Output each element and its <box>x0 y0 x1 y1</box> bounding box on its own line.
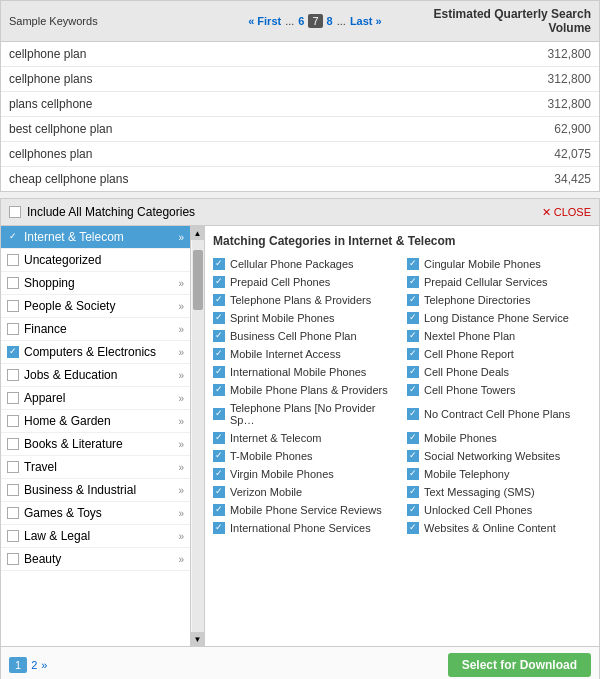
sidebar-checkbox[interactable] <box>7 392 19 404</box>
cat-item-checkbox[interactable] <box>407 408 419 420</box>
sidebar-checkbox[interactable] <box>7 438 19 450</box>
cat-item-checkbox[interactable] <box>213 348 225 360</box>
sidebar-item-uncategorized[interactable]: Uncategorized <box>1 249 190 272</box>
scroll-up-btn[interactable]: ▲ <box>191 226 205 240</box>
sidebar-checkbox[interactable] <box>7 346 19 358</box>
sidebar-checkbox[interactable] <box>7 300 19 312</box>
cat-item[interactable]: Cell Phone Report <box>407 346 591 362</box>
sidebar-item-finance[interactable]: Finance » <box>1 318 190 341</box>
sidebar-checkbox[interactable] <box>7 553 19 565</box>
cat-item[interactable]: Cell Phone Deals <box>407 364 591 380</box>
pagination-page8[interactable]: 8 <box>327 15 333 27</box>
sidebar-item-internet-telecom[interactable]: Internet & Telecom » <box>1 226 190 249</box>
cat-item-checkbox[interactable] <box>213 366 225 378</box>
sidebar-item-beauty[interactable]: Beauty » <box>1 548 190 571</box>
cat-item[interactable]: Prepaid Cellular Services <box>407 274 591 290</box>
sidebar-item-home-garden[interactable]: Home & Garden » <box>1 410 190 433</box>
cat-item-checkbox[interactable] <box>213 276 225 288</box>
cat-item[interactable]: Nextel Phone Plan <box>407 328 591 344</box>
cat-item-checkbox[interactable] <box>213 258 225 270</box>
cat-item[interactable]: Business Cell Phone Plan <box>213 328 397 344</box>
cat-item-checkbox[interactable] <box>407 432 419 444</box>
include-all-checkbox[interactable] <box>9 206 21 218</box>
cat-item-checkbox[interactable] <box>407 504 419 516</box>
cat-item-checkbox[interactable] <box>213 450 225 462</box>
pagination-page6[interactable]: 6 <box>298 15 304 27</box>
close-button[interactable]: ✕ CLOSE <box>542 206 591 219</box>
cat-item-checkbox[interactable] <box>407 294 419 306</box>
footer-next-link[interactable]: » <box>41 659 47 671</box>
sidebar-checkbox[interactable] <box>7 231 19 243</box>
cat-item-checkbox[interactable] <box>213 486 225 498</box>
cat-item[interactable]: T-Mobile Phones <box>213 448 397 464</box>
cat-item-checkbox[interactable] <box>407 348 419 360</box>
sidebar-item-apparel[interactable]: Apparel » <box>1 387 190 410</box>
sidebar-checkbox[interactable] <box>7 369 19 381</box>
cat-item-checkbox[interactable] <box>213 432 225 444</box>
sidebar-checkbox[interactable] <box>7 415 19 427</box>
sidebar-checkbox[interactable] <box>7 530 19 542</box>
cat-item-checkbox[interactable] <box>407 486 419 498</box>
sidebar-checkbox[interactable] <box>7 254 19 266</box>
cat-item-checkbox[interactable] <box>407 366 419 378</box>
cat-item[interactable]: Social Networking Websites <box>407 448 591 464</box>
cat-item[interactable]: Telephone Plans [No Provider Sp… <box>213 400 397 428</box>
sidebar-checkbox[interactable] <box>7 323 19 335</box>
sidebar-checkbox[interactable] <box>7 507 19 519</box>
cat-item-checkbox[interactable] <box>407 384 419 396</box>
cat-item-checkbox[interactable] <box>407 258 419 270</box>
cat-item[interactable]: Virgin Mobile Phones <box>213 466 397 482</box>
cat-item[interactable]: Unlocked Cell Phones <box>407 502 591 518</box>
select-download-button[interactable]: Select for Download <box>448 653 591 677</box>
cat-item[interactable]: Text Messaging (SMS) <box>407 484 591 500</box>
cat-item-checkbox[interactable] <box>407 468 419 480</box>
cat-item[interactable]: Mobile Internet Access <box>213 346 397 362</box>
cat-item[interactable]: Mobile Phone Plans & Providers <box>213 382 397 398</box>
footer-page1-btn[interactable]: 1 <box>9 657 27 673</box>
cat-item[interactable]: Cell Phone Towers <box>407 382 591 398</box>
sidebar-item-law-legal[interactable]: Law & Legal » <box>1 525 190 548</box>
cat-item[interactable]: Cingular Mobile Phones <box>407 256 591 272</box>
cat-item[interactable]: Mobile Phone Service Reviews <box>213 502 397 518</box>
sidebar-item-people-society[interactable]: People & Society » <box>1 295 190 318</box>
cat-item[interactable]: International Phone Services <box>213 520 397 536</box>
footer-page2-link[interactable]: 2 <box>31 659 37 671</box>
cat-item[interactable]: Websites & Online Content <box>407 520 591 536</box>
cat-item[interactable]: Prepaid Cell Phones <box>213 274 397 290</box>
sidebar-item-shopping[interactable]: Shopping » <box>1 272 190 295</box>
cat-item[interactable]: Telephone Directories <box>407 292 591 308</box>
cat-item-checkbox[interactable] <box>407 450 419 462</box>
sidebar-item-business-industrial[interactable]: Business & Industrial » <box>1 479 190 502</box>
sidebar-item-travel[interactable]: Travel » <box>1 456 190 479</box>
scroll-thumb[interactable] <box>193 250 203 310</box>
cat-item-checkbox[interactable] <box>407 522 419 534</box>
scroll-track[interactable] <box>192 240 204 632</box>
cat-item-checkbox[interactable] <box>407 330 419 342</box>
cat-item-checkbox[interactable] <box>213 294 225 306</box>
cat-item[interactable]: Verizon Mobile <box>213 484 397 500</box>
sidebar-checkbox[interactable] <box>7 484 19 496</box>
cat-item[interactable]: Cellular Phone Packages <box>213 256 397 272</box>
sidebar-checkbox[interactable] <box>7 277 19 289</box>
sidebar-checkbox[interactable] <box>7 461 19 473</box>
sidebar-item-jobs-education[interactable]: Jobs & Education » <box>1 364 190 387</box>
sidebar-item-games-toys[interactable]: Games & Toys » <box>1 502 190 525</box>
cat-item-checkbox[interactable] <box>213 312 225 324</box>
pagination-last[interactable]: Last » <box>350 15 382 27</box>
cat-item-checkbox[interactable] <box>213 408 225 420</box>
close-label[interactable]: CLOSE <box>554 206 591 218</box>
cat-item-checkbox[interactable] <box>213 330 225 342</box>
scrollbar[interactable]: ▲ ▼ <box>191 226 205 646</box>
cat-item[interactable]: Mobile Phones <box>407 430 591 446</box>
cat-item-checkbox[interactable] <box>213 468 225 480</box>
cat-item[interactable]: Telephone Plans & Providers <box>213 292 397 308</box>
cat-item[interactable]: Long Distance Phone Service <box>407 310 591 326</box>
cat-item-checkbox[interactable] <box>213 522 225 534</box>
cat-item[interactable]: No Contract Cell Phone Plans <box>407 400 591 428</box>
cat-item-checkbox[interactable] <box>407 312 419 324</box>
pagination-page7[interactable]: 7 <box>308 14 322 28</box>
pagination-first[interactable]: « First <box>248 15 281 27</box>
cat-item-checkbox[interactable] <box>407 276 419 288</box>
cat-item[interactable]: Internet & Telecom <box>213 430 397 446</box>
cat-item[interactable]: Sprint Mobile Phones <box>213 310 397 326</box>
